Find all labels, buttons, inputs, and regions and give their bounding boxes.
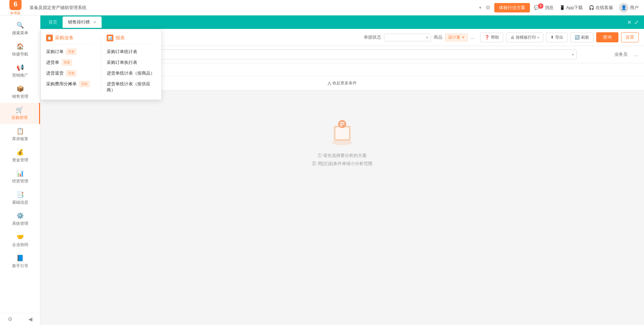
dropdown-arrow-icon[interactable]: ▾ [479, 5, 481, 10]
sidebar-bottom: ⚙ ◀ [0, 313, 40, 325]
print-icon: 🖨 [510, 35, 514, 40]
sidebar-item-finance[interactable]: 💰 资金管理 [0, 145, 40, 166]
tab-sales-rank[interactable]: 销售排行榜 ✕ [63, 16, 102, 28]
dropdown-item-purchase-order[interactable]: 采购订单 历史 [46, 46, 96, 57]
app-title: 装备及固定资产辅助管理系统 [30, 5, 475, 11]
online-service-item[interactable]: 🎧 在线客服 [589, 5, 613, 11]
sales-icon: 📦 [16, 85, 24, 92]
sidebar-item-purchase[interactable]: 🛒 采购管理 [0, 103, 40, 124]
industry-btn[interactable]: 体验行业方案 [494, 3, 530, 12]
dropdown-item-purchase-expense[interactable]: 采购费用分摊单 历史 [46, 79, 96, 89]
toolbar-actions: ❓ 帮助 🖨 按模板打印 ▾ ⬆ 导出 🔄 刷新 [480, 32, 639, 42]
sidebar-item-label: 采购管理 [11, 115, 28, 121]
sidebar-item-label: 经营管理 [12, 178, 28, 184]
sidebar-item-enterprise[interactable]: 🤝 企业协同 [0, 230, 40, 251]
operations-icon: 📊 [16, 170, 24, 177]
sidebar-item-label: 系统管理 [12, 221, 28, 227]
history-badge-1: 历史 [66, 49, 76, 55]
goods-tag[interactable]: 设计素 ✕ [445, 34, 468, 41]
sidebar-item-system[interactable]: ⚙️ 系统管理 [0, 209, 40, 230]
sidebar-item-marketing[interactable]: 📢 营销推广 [0, 60, 40, 82]
sidebar-item-operations[interactable]: 📊 经营管理 [0, 166, 40, 188]
user-avatar: 👤 [619, 3, 629, 12]
report-section-label: 报表 [115, 35, 125, 41]
sidebar-item-sales[interactable]: 📦 销售管理 [0, 82, 40, 103]
system-icon: ⚙️ [16, 212, 24, 219]
sidebar-item-label: 快捷导航 [12, 51, 28, 57]
settings-gear-icon[interactable]: ⚙ [486, 4, 490, 11]
app-download-label: App下载 [566, 5, 583, 11]
salesperson-more-icon[interactable]: ... [634, 51, 639, 57]
sidebar-item-inventory[interactable]: 📋 库存核算 [0, 124, 40, 145]
phone-icon: 📱 [560, 5, 565, 10]
sidebar: 🔍 搜索菜单 🏠 快捷导航 📢 营销推广 📦 销售管理 🛒 采购管理 📋 库存核… [0, 15, 40, 325]
goods-tag-close-icon[interactable]: ✕ [462, 35, 465, 40]
tab-bar: 首页 销售排行榜 ✕ ✕ ⤢ [40, 15, 644, 29]
settings-btn[interactable]: 设置 [621, 32, 639, 42]
export-btn[interactable]: ⬆ 导出 [546, 33, 568, 42]
dropdown-item-purchase-in-stat-goods[interactable]: 进货单统计表（按商品） [107, 68, 156, 79]
goods-label: 商品 [434, 34, 442, 40]
sidebar-settings-icon[interactable]: ⚙ [8, 316, 12, 322]
basic-info-icon: 📑 [16, 191, 24, 198]
marketing-icon: 📢 [16, 64, 24, 71]
help-btn[interactable]: ❓ 帮助 [480, 33, 503, 42]
report-section-icon: 📊 [107, 35, 113, 41]
sidebar-item-label: 库存核算 [12, 136, 28, 142]
sidebar-item-basic-info[interactable]: 📑 基础信息 [0, 188, 40, 209]
goods-more-icon[interactable]: ... [470, 34, 475, 40]
document-status-select[interactable]: ▾ [384, 34, 431, 41]
svg-rect-2 [335, 127, 349, 139]
home-icon: 🏠 [16, 43, 24, 50]
user-label: 用户 [630, 5, 639, 11]
sidebar-item-search-menu[interactable]: 🔍 搜索菜单 [0, 18, 40, 39]
tab-home[interactable]: 首页 [43, 16, 63, 28]
user-item[interactable]: 👤 用户 [619, 3, 639, 12]
purchase-in-label: 进货单 [46, 59, 59, 66]
sidebar-item-label: 搜索菜单 [12, 30, 28, 36]
purchase-expense-label: 采购费用分摊单 [46, 81, 77, 87]
chevron-down-icon: ▾ [426, 36, 428, 39]
collapse-btn[interactable]: ⋀ 收起更多条件 [322, 78, 362, 88]
dropdown-item-purchase-in[interactable]: 进货单 历史 [46, 57, 96, 68]
dropdown-item-purchase-in-stat-supplier[interactable]: 进货单统计表（按供应商） [107, 79, 156, 95]
purchase-dropdown-menu: 📋 采购业务 采购订单 历史 进货单 历史 进货退货 历史 采购费用分摊单 历史 [40, 29, 162, 100]
dropdown-item-purchase-return[interactable]: 进货退货 历史 [46, 68, 96, 79]
sidebar-item-guide[interactable]: 📘 新手引导 [0, 251, 40, 272]
purchase-in-stat-supplier-label: 进货单统计表（按供应商） [107, 81, 156, 93]
toolbar-filter-row: 单据状态 ▾ 商品 设计素 ✕ ... [364, 34, 475, 41]
collapse-label: 收起更多条件 [332, 80, 357, 86]
goods-tag-value: 设计素 [448, 35, 460, 40]
tab-close-icon[interactable]: ✕ [93, 20, 96, 24]
print-btn[interactable]: 🖨 按模板打印 ▾ [506, 33, 543, 42]
message-item[interactable]: 💬 9 消息 [534, 5, 553, 11]
tab-sales-rank-label: 销售排行榜 [68, 19, 90, 25]
logo-icon: 6 [9, 0, 22, 10]
finance-icon: 💰 [16, 149, 24, 156]
headset-icon: 🎧 [589, 5, 594, 10]
empty-state: ① 请先选择要分析的方案 ② 用[过滤]条件来缩小分析范围 [40, 90, 644, 195]
svg-rect-5 [340, 124, 345, 125]
salesperson-container: ... [633, 51, 639, 57]
sidebar-collapse-icon[interactable]: ◀ [28, 316, 32, 322]
dropdown-item-purchase-order-stat[interactable]: 采购订单统计表 [107, 46, 156, 57]
online-service-label: 在线客服 [596, 5, 613, 11]
refresh-icon: 🔄 [575, 35, 580, 40]
print-arrow-icon: ▾ [537, 36, 539, 39]
history-badge-3: 历史 [66, 70, 76, 76]
app-download-item[interactable]: 📱 App下载 [560, 5, 583, 11]
sidebar-item-quick-nav[interactable]: 🏠 快捷导航 [0, 39, 40, 60]
dropdown-item-purchase-order-exec[interactable]: 采购订单执行表 [107, 57, 156, 68]
window-close-icon[interactable]: ✕ [627, 19, 632, 26]
search-menu-icon: 🔍 [16, 22, 24, 29]
guide-icon: 📘 [16, 254, 24, 262]
collapse-up-icon: ⋀ [328, 81, 331, 86]
search-btn[interactable]: 查询 [596, 32, 618, 42]
purchase-in-stat-goods-label: 进货单统计表（按商品） [107, 70, 155, 76]
svg-rect-6 [340, 125, 343, 126]
window-maximize-icon[interactable]: ⤢ [634, 19, 639, 26]
purchase-section-title: 📋 采购业务 [46, 33, 96, 44]
sidebar-item-label: 基础信息 [12, 200, 28, 205]
refresh-btn[interactable]: 🔄 刷新 [570, 33, 594, 42]
purchase-order-exec-label: 采购订单执行表 [107, 59, 137, 66]
